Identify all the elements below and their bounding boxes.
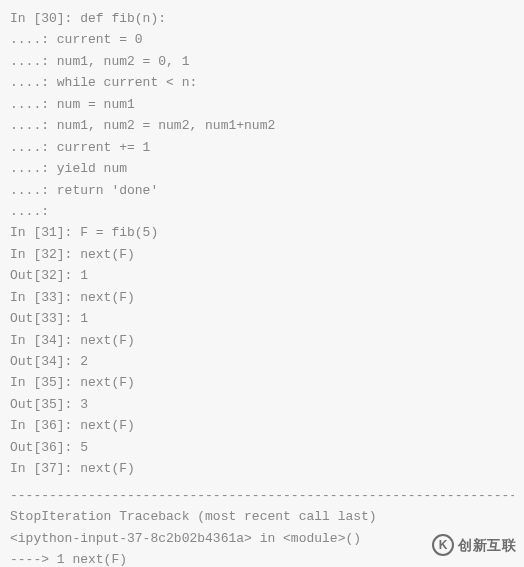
code-line: Out[34]: 2 [10, 351, 514, 372]
watermark: K 创新互联 [432, 534, 516, 557]
code-line: ....: while current < n: [10, 72, 514, 93]
code-line: Out[35]: 3 [10, 394, 514, 415]
code-line: In [31]: F = fib(5) [10, 222, 514, 243]
watermark-label: 创新互联 [458, 534, 516, 557]
code-line: Out[32]: 1 [10, 265, 514, 286]
ipython-session: In [30]: def fib(n): ....: current = 0 .… [10, 8, 514, 567]
code-line: In [36]: next(F) [10, 415, 514, 436]
code-line: In [30]: def fib(n): [10, 8, 514, 29]
code-line: Out[33]: 1 [10, 308, 514, 329]
traceback-line: StopIteration Traceback (most recent cal… [10, 506, 514, 527]
traceback-separator: ----------------------------------------… [10, 485, 514, 506]
code-line: ....: num1, num2 = 0, 1 [10, 51, 514, 72]
code-line: ....: return 'done' [10, 180, 514, 201]
code-line: In [33]: next(F) [10, 287, 514, 308]
code-line: In [37]: next(F) [10, 458, 514, 479]
code-line: ....: current = 0 [10, 29, 514, 50]
watermark-logo-icon: K [432, 534, 454, 556]
code-line: In [35]: next(F) [10, 372, 514, 393]
code-line: Out[36]: 5 [10, 437, 514, 458]
code-line: In [32]: next(F) [10, 244, 514, 265]
code-line: ....: yield num [10, 158, 514, 179]
code-line: ....: num = num1 [10, 94, 514, 115]
code-line: ....: current += 1 [10, 137, 514, 158]
code-line: ....: [10, 201, 514, 222]
code-line: ....: num1, num2 = num2, num1+num2 [10, 115, 514, 136]
code-line: In [34]: next(F) [10, 330, 514, 351]
